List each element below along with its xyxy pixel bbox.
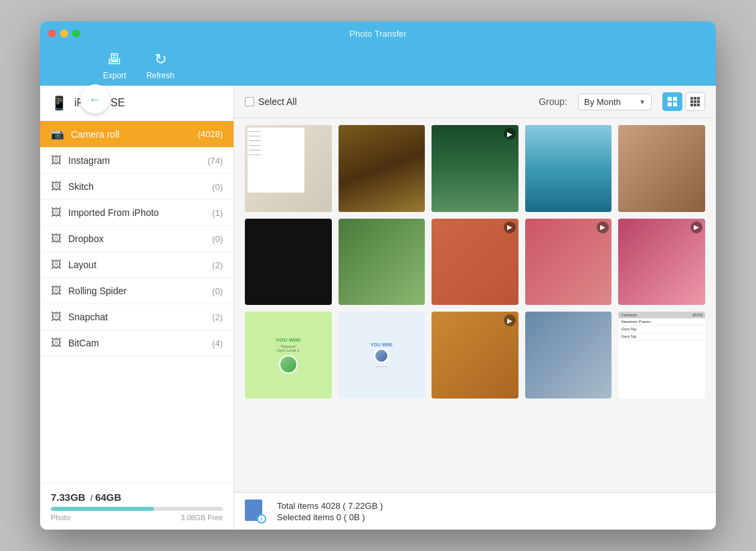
sidebar-item-rolling-spider[interactable]: 🖼 Rolling Spider (0) [40,278,233,304]
sidebar-item-instagram[interactable]: 🖼 Instagram (74) [40,148,233,174]
photo-thumb[interactable] [245,219,332,306]
storage-text: 7.33GB / 64GB [51,491,223,503]
total-items-label: Total items 4028 ( 7.22GB ) [277,501,383,511]
select-all-area[interactable]: Select All [245,96,297,107]
photo-thumb[interactable]: YOU WIN! "Aquaya"Gym Level 2 [245,312,332,399]
storage-used: 7.33GB [51,491,86,503]
close-button[interactable] [48,29,56,37]
svg-rect-12 [697,104,700,106]
svg-rect-7 [690,100,693,103]
album-count: (4028) [197,129,223,139]
album-icon: 🖼 [51,233,62,245]
sidebar-item-imported[interactable]: 🖼 Imported From iPhoto (1) [40,200,233,226]
svg-rect-4 [690,97,693,100]
svg-rect-8 [694,100,696,103]
svg-rect-2 [668,102,672,106]
sidebar-item-snapchat[interactable]: 🖼 Snapchat (2) [40,304,233,330]
main-area: 📱 iPhone SE 📷 Camera roll (4028) 🖼 Insta… [40,86,716,530]
photo-thumb[interactable] [339,125,426,212]
album-icon: 🖼 [51,311,62,323]
photo-thumb[interactable]: ▶ [432,219,518,306]
svg-rect-6 [697,97,700,100]
toolbar: ← 🖶 Export ↻ Refresh [40,45,716,86]
album-count: (0) [212,286,223,296]
album-count: (74) [207,156,223,166]
storage-fill [51,507,154,511]
photo-grid: ────────────────────────────── ▶ [234,118,716,492]
storage-label-free: 3.08GB Free [181,514,223,522]
grid-large-view-button[interactable] [662,92,682,111]
video-play-icon: ▶ [597,221,609,233]
photo-thumb[interactable]: ▶ [432,312,518,399]
photo-thumb[interactable]: ▶ [525,219,612,306]
album-name: Snapchat [68,312,205,322]
album-list: 📷 Camera roll (4028) 🖼 Instagram (74) 🖼 … [40,121,233,483]
sidebar-item-camera-roll[interactable]: 📷 Camera roll (4028) [40,121,233,148]
sidebar-item-dropbox[interactable]: 🖼 Dropbox (0) [40,226,233,252]
select-all-checkbox[interactable] [245,97,254,106]
chevron-down-icon: ▼ [639,98,646,106]
photo-thumb[interactable] [618,125,705,212]
video-play-icon: ▶ [504,314,516,326]
photo-thumb[interactable]: Contacts20:03 Newtown Power... Gary Ng G… [618,312,705,399]
minimize-button[interactable] [60,29,68,37]
album-icon: 📷 [51,128,64,140]
storage-section: 7.33GB / 64GB Photo 3.08GB Free [40,483,233,530]
photo-thumb[interactable] [339,219,426,306]
album-name: Dropbox [68,233,205,244]
album-icon: 🖼 [51,207,62,219]
album-count: (1) [212,208,223,218]
sidebar: 📱 iPhone SE 📷 Camera roll (4028) 🖼 Insta… [40,86,234,530]
grid-large-icon [668,97,677,106]
sidebar-item-skitch[interactable]: 🖼 Skitch (0) [40,174,233,200]
photo-thumb[interactable]: ▶ [618,219,705,306]
grid-small-view-button[interactable] [685,92,705,111]
storage-track [51,507,223,511]
photo-thumb[interactable]: YOU WIN! ───── [339,312,426,399]
maximize-button[interactable] [72,29,80,37]
album-icon: 🖼 [51,337,62,349]
status-text: Total items 4028 ( 7.22GB ) Selected ite… [277,501,383,522]
device-icon: 📱 [51,95,68,111]
status-bar: i Total items 4028 ( 7.22GB ) Selected i… [234,492,716,530]
group-select-value: By Month [584,97,635,107]
group-label: Group: [539,96,567,107]
album-name: Layout [68,259,205,270]
select-all-label: Select All [258,96,297,107]
photo-thumb[interactable]: ────────────────────────────── [245,125,332,212]
storage-sub: Photo 3.08GB Free [51,514,223,522]
refresh-icon: ↻ [155,51,167,68]
refresh-label: Refresh [147,71,175,80]
sidebar-item-bitcam[interactable]: 🖼 BitCam (4) [40,330,233,356]
back-arrow-icon: ← [88,92,102,107]
album-icon: 🖼 [51,154,62,167]
album-name: Imported From iPhoto [68,207,205,218]
svg-rect-5 [694,97,696,100]
photo-thumb[interactable] [525,125,612,212]
album-count: (4) [212,338,223,348]
album-name: Rolling Spider [68,286,205,296]
traffic-lights [48,29,80,37]
svg-rect-0 [668,97,672,101]
refresh-button[interactable]: ↻ Refresh [147,51,175,80]
back-button[interactable]: ← [80,84,110,114]
status-icon: i [245,500,269,524]
group-select-dropdown[interactable]: By Month ▼ [578,94,652,110]
photo-thumb[interactable] [525,312,612,399]
album-count: (2) [212,260,223,270]
album-name: Camera roll [71,129,191,140]
sidebar-item-layout[interactable]: 🖼 Layout (2) [40,252,233,278]
svg-rect-9 [697,100,700,103]
album-count: (0) [212,182,223,192]
export-icon: 🖶 [107,51,122,68]
content-area: Select All Group: By Month ▼ [234,86,716,530]
album-count: (2) [212,312,223,322]
svg-rect-10 [690,104,693,106]
photo-thumb[interactable]: ▶ [432,125,518,212]
grid-small-icon [690,97,700,106]
svg-rect-1 [673,97,677,101]
album-name: BitCam [68,338,205,348]
title-bar: Photo Transfer [40,21,716,45]
export-button[interactable]: 🖶 Export [103,51,126,80]
album-count: (0) [212,234,223,244]
